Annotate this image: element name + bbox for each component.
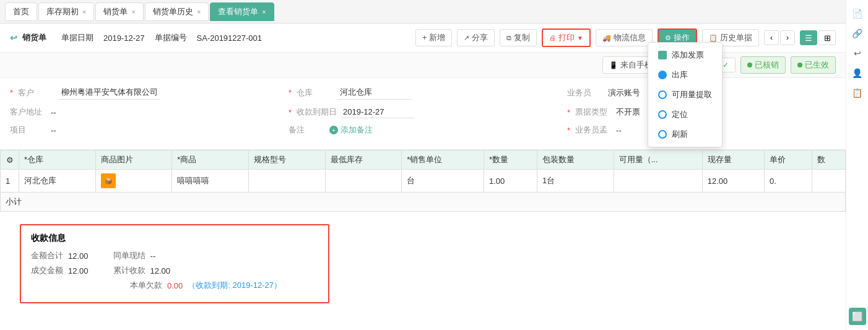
tab-sales-history[interactable]: 销货单历史 × <box>145 2 209 21</box>
row-min-stock <box>325 170 402 193</box>
locate-label: 定位 <box>672 109 688 120</box>
next-arrow[interactable]: › <box>780 30 795 45</box>
phone-icon: 📱 <box>609 61 618 69</box>
payment-row-1: 金额合计 12.00 同单现结 -- <box>31 250 318 261</box>
deal-value: 12.00 <box>68 266 89 276</box>
tab-view-sales-close[interactable]: × <box>262 8 266 15</box>
refresh-icon <box>658 130 667 139</box>
sidebar-icon-user[interactable]: 👤 <box>849 64 866 82</box>
sidebar-icon-expand[interactable]: ⬜ <box>849 308 866 325</box>
tab-view-sales[interactable]: 查看销货单 × <box>210 2 274 21</box>
checked-label: 已核销 <box>755 59 779 71</box>
col-qty: *数量 <box>484 150 537 170</box>
payment-row-2: 成交金额 12.00 累计收款 12.00 <box>31 265 318 276</box>
remark-label: 备注 <box>289 124 326 136</box>
due-date-value[interactable]: 2019-12-27 <box>341 106 415 118</box>
add-note-icon: + <box>329 126 338 134</box>
payment-title: 收款信息 <box>31 233 318 244</box>
product-table: ⚙ *仓库 商品图片 *商品 规格型号 最低库存 *销售单位 *数量 包装数量 … <box>0 150 846 212</box>
view-icons: ☰ ⊞ <box>800 30 836 45</box>
invoice-value: 不开票 <box>616 106 640 118</box>
staff-label: 业务员 <box>567 87 604 98</box>
row-spec <box>248 170 325 193</box>
cumulative-field: 累计收款 12.00 <box>113 265 171 276</box>
deal-field: 成交金额 12.00 <box>31 265 89 276</box>
customer-label: 客户 <box>18 87 55 98</box>
history-icon: 📋 <box>709 34 718 42</box>
sidebar-icon-doc[interactable]: 📄 <box>849 5 866 22</box>
right-sidebar: 📄 🔗 ↩ 👤 📋 ⬜ <box>846 0 868 330</box>
col-min-stock: 最低库存 <box>325 150 402 170</box>
operate-dropdown: 添加发票 出库 可用量提取 定位 刷新 <box>648 42 723 147</box>
tab-home-label: 首页 <box>13 6 29 17</box>
salesman-required: * <box>567 126 570 135</box>
share-button[interactable]: ↗ 分享 <box>457 29 495 46</box>
tab-home[interactable]: 首页 <box>5 2 37 21</box>
tab-sales-close[interactable]: × <box>131 8 135 15</box>
add-note-button[interactable]: + 添加备注 <box>329 124 373 136</box>
customer-field: * 客户 柳州粤港平安气体有限公司 <box>10 85 279 100</box>
tab-sales-history-close[interactable]: × <box>197 8 201 15</box>
deal-label: 成交金额 <box>31 265 63 276</box>
arrears-field: 本单欠款 0.00 （收款到期: 2019-12-27） <box>130 280 282 291</box>
warehouse-field: * 仓库 河北仓库 <box>289 85 557 100</box>
new-button[interactable]: + 新增 <box>415 29 452 46</box>
sidebar-icon-return[interactable]: ↩ <box>849 45 866 62</box>
arrears-label: 本单欠款 <box>130 280 162 291</box>
warehouse-value[interactable]: 河北仓库 <box>337 85 412 100</box>
doc-title: ↩ 销货单 <box>10 32 46 43</box>
col-warehouse: *仓库 <box>19 150 96 170</box>
doc-meta: 单据日期 2019-12-27 单据编号 SA-20191227-001 <box>61 32 262 43</box>
row-warehouse: 河北仓库 <box>19 170 96 193</box>
add-invoice-label: 添加发票 <box>672 50 704 61</box>
copy-button[interactable]: ⧉ 复制 <box>500 29 537 46</box>
logistics-button[interactable]: 🚚 物流信息 <box>596 29 653 46</box>
subtotal-label: 小计 <box>1 193 846 212</box>
total-label: 金额合计 <box>31 250 63 261</box>
arrears-value: 0.00 <box>167 281 183 290</box>
outbound-item[interactable]: 出库 <box>648 65 722 85</box>
col-available: 可用量（... <box>614 150 702 170</box>
locate-item[interactable]: 定位 <box>648 105 722 124</box>
due-date-field: * 收款到期日 2019-12-27 <box>289 106 557 118</box>
col-current-stock: 现存量 <box>702 150 764 170</box>
row-amount <box>812 170 846 193</box>
salesman-value: -- <box>616 126 622 135</box>
invoice-required: * <box>567 108 570 117</box>
row-img: 📦 <box>95 170 172 193</box>
customer-value[interactable]: 柳州粤港平安气体有限公司 <box>59 85 160 100</box>
staff-value: 演示账号 <box>608 87 640 98</box>
same-order-label: 同单现结 <box>113 250 145 261</box>
add-note-label: 添加备注 <box>341 124 373 136</box>
cumulative-value: 12.00 <box>150 266 171 276</box>
tab-bar: 首页 库存期初 × 销货单 × 销货单历史 × 查看销货单 × × <box>0 0 868 24</box>
effective-badge-dot <box>797 63 802 67</box>
doc-type-label: 销货单 <box>22 32 46 43</box>
sidebar-icon-clipboard[interactable]: 📋 <box>849 84 866 102</box>
same-order-value: -- <box>150 251 156 261</box>
checked-badge-dot <box>747 63 752 67</box>
sidebar-icon-link[interactable]: 🔗 <box>849 25 866 42</box>
history-button-label: 历史单据 <box>720 32 752 43</box>
tab-sales[interactable]: 销货单 × <box>95 2 143 21</box>
row-unit: 台 <box>402 170 484 193</box>
share-icon: ↗ <box>464 34 469 42</box>
tab-inventory[interactable]: 库存期初 × <box>38 2 94 21</box>
available-qty-label: 可用量提取 <box>672 89 712 100</box>
available-qty-item[interactable]: 可用量提取 <box>648 85 722 105</box>
tab-sales-label: 销货单 <box>103 6 128 17</box>
project-label: 项目 <box>10 124 47 136</box>
effective-label: 已生效 <box>805 59 829 71</box>
col-price: 单价 <box>765 150 812 170</box>
payment-row-3: 本单欠款 0.00 （收款到期: 2019-12-27） <box>31 280 318 291</box>
list-view-icon[interactable]: ☰ <box>800 30 817 45</box>
nav-arrows: ‹ › <box>764 30 795 45</box>
row-price: 0. <box>765 170 812 193</box>
grid-view-icon[interactable]: ⊞ <box>818 30 836 45</box>
prev-arrow[interactable]: ‹ <box>764 30 779 45</box>
effective-badge: 已生效 <box>791 56 836 74</box>
tab-inventory-close[interactable]: × <box>82 8 86 15</box>
refresh-item[interactable]: 刷新 <box>648 124 722 144</box>
add-invoice-item[interactable]: 添加发票 <box>648 45 722 65</box>
print-button[interactable]: 🖨 打印 ▼ <box>542 28 591 47</box>
